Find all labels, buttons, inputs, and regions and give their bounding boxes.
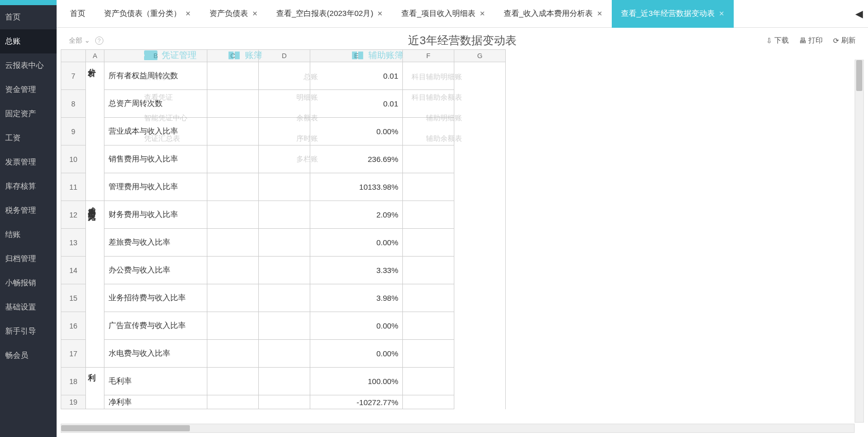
empty-cell[interactable] [207, 118, 259, 145]
empty-cell[interactable] [454, 201, 506, 229]
col-header-f[interactable]: F [403, 50, 454, 62]
close-icon[interactable]: ✕ [377, 10, 383, 17]
table-row[interactable]: 19净利率-10272.77% [61, 395, 506, 409]
empty-cell[interactable] [259, 90, 310, 118]
value-cell[interactable]: 0.00% [310, 340, 403, 368]
value-cell[interactable]: 0.01 [310, 62, 403, 90]
value-cell[interactable]: 3.98% [310, 284, 403, 312]
metric-name-cell[interactable]: 所有者权益周转次数 [104, 62, 207, 90]
empty-cell[interactable] [207, 340, 259, 368]
empty-cell[interactable] [454, 395, 506, 409]
metric-name-cell[interactable]: 广告宣传费与收入比率 [104, 312, 207, 340]
empty-cell[interactable] [403, 284, 454, 312]
empty-cell[interactable] [454, 312, 506, 340]
metric-name-cell[interactable]: 业务招待费与收入比率 [104, 284, 207, 312]
table-row[interactable]: 18利毛利率100.00% [61, 368, 506, 395]
empty-cell[interactable] [454, 62, 506, 90]
tab-blank-report[interactable]: 查看_空白报表(2023年02月)✕ [267, 0, 392, 28]
row-number[interactable]: 17 [61, 340, 86, 368]
row-number[interactable]: 13 [61, 229, 86, 257]
row-number[interactable]: 11 [61, 173, 86, 201]
sidebar-item-archive[interactable]: 归档管理 [0, 247, 57, 271]
row-number[interactable]: 15 [61, 284, 86, 312]
empty-cell[interactable] [403, 201, 454, 229]
sidebar-item-salary[interactable]: 工资 [0, 126, 57, 150]
empty-cell[interactable] [259, 201, 310, 229]
empty-cell[interactable] [454, 173, 506, 201]
group-cell[interactable]: 分析 [86, 62, 104, 201]
close-icon[interactable]: ✕ [252, 10, 258, 17]
vertical-scrollbar[interactable] [855, 60, 864, 423]
empty-cell[interactable] [454, 284, 506, 312]
empty-cell[interactable] [403, 340, 454, 368]
empty-cell[interactable] [403, 62, 454, 90]
sidebar-item-member[interactable]: 畅会员 [0, 343, 57, 368]
metric-name-cell[interactable]: 管理费用与收入比率 [104, 173, 207, 201]
value-cell[interactable]: -10272.77% [310, 395, 403, 409]
empty-cell[interactable] [259, 257, 310, 284]
value-cell[interactable]: 2.09% [310, 201, 403, 229]
tab-balance-reclass[interactable]: 资产负债表（重分类）✕ [95, 0, 200, 28]
empty-cell[interactable] [259, 340, 310, 368]
sidebar-item-cloud-report[interactable]: 云报表中心 [0, 53, 57, 78]
table-row[interactable]: 8总资产周转次数0.01 [61, 90, 506, 118]
value-cell[interactable]: 100.00% [310, 368, 403, 395]
empty-cell[interactable] [259, 368, 310, 395]
empty-cell[interactable] [207, 229, 259, 257]
sidebar-item-closing[interactable]: 结账 [0, 223, 57, 247]
sidebar-item-inventory[interactable]: 库存核算 [0, 174, 57, 198]
table-row[interactable]: 17水电费与收入比率0.00% [61, 340, 506, 368]
sidebar-item-invoice[interactable]: 发票管理 [0, 150, 57, 174]
empty-cell[interactable] [259, 229, 310, 257]
group-cell[interactable]: 利 [86, 368, 104, 409]
empty-cell[interactable] [454, 340, 506, 368]
col-header-a[interactable]: A [86, 50, 104, 62]
empty-cell[interactable] [403, 145, 454, 173]
tab-balance[interactable]: 资产负债表✕ [200, 0, 267, 28]
empty-cell[interactable] [259, 395, 310, 409]
filter-dropdown[interactable]: 全部 ⌄ [69, 36, 90, 45]
empty-cell[interactable] [207, 145, 259, 173]
table-row[interactable]: 12成本费用收入比财务费用与收入比率2.09% [61, 201, 506, 229]
horizontal-scrollbar[interactable] [61, 424, 855, 433]
group-cell[interactable]: 成本费用收入比 [86, 201, 104, 368]
empty-cell[interactable] [207, 90, 259, 118]
sidebar-item-home[interactable]: 首页 [0, 5, 57, 29]
col-header-b[interactable]: B [104, 50, 207, 62]
scrollbar-thumb[interactable] [856, 60, 862, 91]
tab-scroll-left-icon[interactable]: ◀ [856, 8, 863, 20]
empty-cell[interactable] [454, 368, 506, 395]
empty-cell[interactable] [207, 395, 259, 409]
corner-cell[interactable] [61, 50, 86, 62]
table-row[interactable]: 9营业成本与收入比率0.00% [61, 118, 506, 145]
row-number[interactable]: 18 [61, 368, 86, 395]
empty-cell[interactable] [259, 312, 310, 340]
print-button[interactable]: 🖶打印 [799, 36, 823, 45]
col-header-g[interactable]: G [454, 50, 506, 62]
empty-cell[interactable] [259, 284, 310, 312]
table-row[interactable]: 16广告宣传费与收入比率0.00% [61, 312, 506, 340]
metric-name-cell[interactable]: 毛利率 [104, 368, 207, 395]
spreadsheet[interactable]: A B C D E F G 7分析所有者权益周转次数0.018总资产周转次数0.… [61, 49, 506, 409]
value-cell[interactable]: 0.00% [310, 229, 403, 257]
empty-cell[interactable] [454, 229, 506, 257]
sidebar-item-expense[interactable]: 小畅报销 [0, 271, 57, 295]
empty-cell[interactable] [207, 173, 259, 201]
help-icon[interactable]: ? [95, 37, 103, 45]
table-row[interactable]: 11管理费用与收入比率10133.98% [61, 173, 506, 201]
table-row[interactable]: 10销售费用与收入比率236.69% [61, 145, 506, 173]
download-button[interactable]: ⇩下载 [766, 36, 789, 45]
empty-cell[interactable] [403, 173, 454, 201]
row-number[interactable]: 14 [61, 257, 86, 284]
empty-cell[interactable] [259, 173, 310, 201]
empty-cell[interactable] [454, 145, 506, 173]
row-number[interactable]: 19 [61, 395, 86, 409]
sidebar-item-guide[interactable]: 新手引导 [0, 319, 57, 343]
sidebar-item-ledger[interactable]: 总账 [0, 29, 57, 53]
row-number[interactable]: 16 [61, 312, 86, 340]
empty-cell[interactable] [259, 145, 310, 173]
empty-cell[interactable] [403, 368, 454, 395]
table-row[interactable]: 13差旅费与收入比率0.00% [61, 229, 506, 257]
value-cell[interactable]: 236.69% [310, 145, 403, 173]
close-icon[interactable]: ✕ [719, 10, 724, 17]
